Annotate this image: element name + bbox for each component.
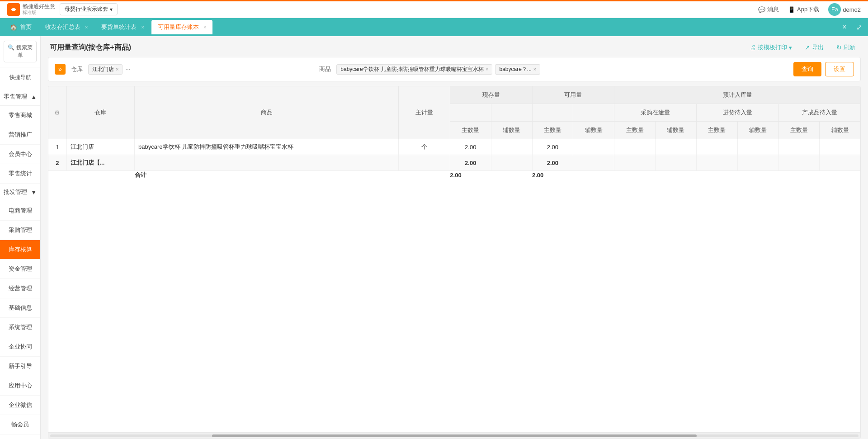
th-available-label: 可用量 <box>564 91 582 98</box>
app-download-button[interactable]: 📱 App下载 <box>788 5 819 14</box>
user-profile[interactable]: Ea demo2 <box>828 3 861 16</box>
column-settings-icon[interactable]: ⚙ <box>54 109 60 116</box>
sidebar-item-operations-mgmt[interactable]: 经营管理 <box>0 279 40 298</box>
filter-section: » 仓库 江北门店 × ... 商品 babycare学饮杯 儿童防摔防撞吸管杯… <box>48 57 861 81</box>
th-current-stock-group: 现存量 <box>450 86 532 104</box>
total-current-aux <box>491 171 532 179</box>
th-incoming-label: 进货待入量 <box>723 109 752 116</box>
table-wrapper[interactable]: ⚙ 仓库 商品 主计量 现存量 <box>48 86 860 432</box>
product-tag-2-remove[interactable]: × <box>533 66 536 72</box>
th-purchase-transit-group: 采购在途量 <box>614 104 697 122</box>
th-available-aux: 辅数量 <box>573 122 614 139</box>
th-current-main: 主数量 <box>450 122 491 139</box>
fullscreen-button[interactable]: ⤢ <box>854 22 864 33</box>
logo-area: 畅捷通好生意 标准版 <box>7 3 55 16</box>
sidebar-item-basic-info[interactable]: 基础信息 <box>0 298 40 318</box>
search-menu-button[interactable]: 🔍 搜索菜单 <box>4 41 37 62</box>
sidebar-item-retail-mall[interactable]: 零售商城 <box>0 106 40 125</box>
scroll-thumb[interactable] <box>212 434 697 437</box>
tab-order-stats[interactable]: 要货单统计表 × <box>95 20 150 34</box>
cell-production-aux-2 <box>820 155 860 171</box>
sidebar-item-enterprise-collab[interactable]: 企业协同 <box>0 337 40 357</box>
sidebar-item-purchase-mgmt-label: 采购管理 <box>4 226 37 234</box>
th-incoming-group: 进货待入量 <box>696 104 778 122</box>
refresh-button[interactable]: ↻ 刷新 <box>833 42 859 53</box>
sidebar-item-app-center[interactable]: 应用中心 <box>0 376 40 396</box>
message-button[interactable]: 💬 消息 <box>758 5 779 14</box>
sidebar-item-marketing[interactable]: 营销推广 <box>0 125 40 145</box>
cell-current-main-1: 2.00 <box>450 139 491 155</box>
logo-sub-text: 标准版 <box>23 9 55 16</box>
sidebar-item-inventory-check[interactable]: 库存核算 <box>0 240 40 260</box>
sidebar-item-wholesale-mgmt[interactable]: 批发管理 ▼ <box>0 184 40 201</box>
th-current-stock-label: 现存量 <box>482 91 500 98</box>
cell-warehouse-2: 江北门店【... <box>66 155 135 171</box>
th-purchase-transit-label: 采购在途量 <box>641 109 670 116</box>
sidebar: 🔍 搜索菜单 快捷导航 零售管理 ▲ 零售商城 营销推广 会员中心 零售统计 批… <box>0 36 41 439</box>
tab-home[interactable]: 🏠 首页 <box>4 20 38 34</box>
tab-available-stock[interactable]: 可用量库存账本 × <box>151 20 212 34</box>
tab-receivepay-close[interactable]: × <box>85 24 88 30</box>
sidebar-item-new-guide[interactable]: 新手引导 <box>0 357 40 376</box>
sidebar-item-inventory-check-label: 库存核算 <box>4 245 37 254</box>
export-button[interactable]: ↗ 导出 <box>801 42 827 53</box>
th-incoming-aux: 辅数量 <box>737 122 778 139</box>
print-template-button[interactable]: 🖨 按模板打印 ▾ <box>746 42 796 53</box>
sidebar-item-enterprise-wechat[interactable]: 企业微信 <box>0 396 40 415</box>
th-incoming-main: 主数量 <box>696 122 737 139</box>
th-purchase-main: 主数量 <box>614 122 656 139</box>
cell-product-1: babycare学饮杯 儿童防摔防撞吸管杯重力球吸嘴杯宝宝水杯 <box>135 139 399 155</box>
cell-purchase-main-2 <box>614 155 656 171</box>
sidebar-item-member-center[interactable]: 会员中心 <box>0 145 40 164</box>
cell-current-aux-1 <box>491 139 532 155</box>
total-production-main <box>778 171 820 179</box>
warehouse-tag-remove[interactable]: × <box>116 66 118 72</box>
th-planned-in-label: 预计入库量 <box>723 91 752 98</box>
sidebar-item-purchase-mgmt[interactable]: 采购管理 <box>0 221 40 240</box>
sidebar-item-wholesale-mgmt-label: 批发管理 <box>4 188 27 196</box>
sidebar-item-operations-mgmt-label: 经营管理 <box>4 284 37 293</box>
product-tag-1-text: babycare学饮杯 儿童防摔防撞吸管杯重力球吸嘴杯宝宝水杯 <box>340 66 484 73</box>
chevron-print-icon: ▾ <box>789 44 792 51</box>
sidebar-item-vip-member[interactable]: 畅会员 <box>0 415 40 434</box>
total-available-aux <box>573 171 614 179</box>
cell-production-main-2 <box>778 155 820 171</box>
th-settings[interactable]: ⚙ <box>48 86 66 139</box>
tab-available-stock-close[interactable]: × <box>203 24 206 30</box>
message-label: 消息 <box>767 5 779 14</box>
main-layout: 🔍 搜索菜单 快捷导航 零售管理 ▲ 零售商城 营销推广 会员中心 零售统计 批… <box>0 36 868 439</box>
sidebar-item-retail-mgmt[interactable]: 零售管理 ▲ <box>0 88 40 106</box>
sidebar-item-system-mgmt[interactable]: 系统管理 <box>0 318 40 337</box>
th-available-sub <box>532 104 573 122</box>
warehouse-filter-more[interactable]: ... <box>125 64 130 75</box>
sidebar-item-ecom-mgmt[interactable]: 电商管理 <box>0 201 40 221</box>
sidebar-item-finance-mgmt-label: 资金管理 <box>4 265 37 273</box>
setting-button[interactable]: 设置 <box>825 62 854 76</box>
query-button[interactable]: 查询 <box>793 62 821 76</box>
sidebar-item-finance-mgmt[interactable]: 资金管理 <box>0 260 40 279</box>
product-tag-1-remove[interactable]: × <box>486 66 488 72</box>
tab-receivepay[interactable]: 收发存汇总表 × <box>39 20 94 34</box>
sidebar-item-retail-stats[interactable]: 零售统计 <box>0 164 40 184</box>
tab-order-stats-close[interactable]: × <box>141 24 144 30</box>
sidebar-item-basic-info-label: 基础信息 <box>4 304 37 312</box>
filter-expand-button[interactable]: » <box>55 64 66 75</box>
close-all-tabs-button[interactable]: × <box>839 22 850 33</box>
nav-tabs-bar: 🏠 首页 收发存汇总表 × 要货单统计表 × 可用量库存账本 × × ⤢ <box>0 18 868 36</box>
total-purchase-main <box>614 171 656 179</box>
quick-nav-label[interactable]: 快捷导航 <box>4 71 37 84</box>
avatar-text: Ea <box>831 6 838 13</box>
th-current-aux: 辅数量 <box>491 122 532 139</box>
top-bar-right: 💬 消息 📱 App下载 Ea demo2 <box>758 3 861 16</box>
tab-available-stock-label: 可用量库存账本 <box>158 23 199 31</box>
chevron-icon: ▲ <box>31 94 37 100</box>
horizontal-scrollbar[interactable] <box>48 432 860 439</box>
sidebar-item-system-mgmt-label: 系统管理 <box>4 323 37 331</box>
cell-available-main-1: 2.00 <box>532 139 573 155</box>
svg-point-0 <box>12 8 15 11</box>
warehouse-tag-text: 江北门店 <box>92 66 114 73</box>
message-icon: 💬 <box>758 6 765 13</box>
industry-selector[interactable]: 母婴行业演示账套 ▾ <box>60 3 118 15</box>
app-download-label: App下载 <box>797 5 819 14</box>
refresh-label: 刷新 <box>844 43 855 52</box>
